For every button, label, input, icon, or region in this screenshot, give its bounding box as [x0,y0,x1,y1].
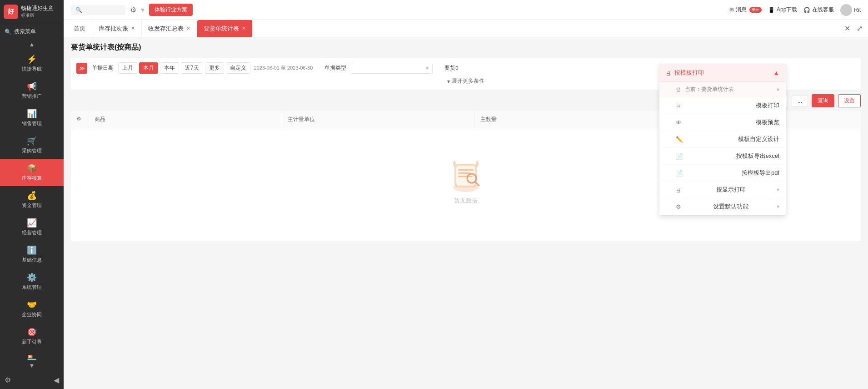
sidebar-item-marketing[interactable]: 📢 营销推广 [0,77,64,104]
logo-icon: 好 [4,5,18,19]
template-preview-icon: 👁 [676,119,682,126]
date-btn-last-month[interactable]: 上月 [118,62,137,74]
nav-label: 企业协同 [22,311,42,318]
dropdown-close-icon[interactable]: ▲ [773,69,779,76]
collab-icon: 🤝 [27,300,37,310]
template-excel-icon: 📄 [676,153,683,160]
trial-button[interactable]: 体验行业方案 [149,4,193,16]
sidebar-item-newbie[interactable]: 🎯 新手引导 [0,323,64,350]
tab-collect-summary-close[interactable]: ✕ [186,25,190,31]
sidebar-item-purchase[interactable]: 🛒 采购管理 [0,131,64,159]
dropdown-item-template-preview[interactable]: 👁 模板预览 [659,114,786,131]
page-title: 要货单统计表(按商品) [71,43,861,52]
tab-collect-summary[interactable]: 收发存汇总表 ✕ [142,20,197,37]
sidebar-item-sales[interactable]: 📊 销售管理 [0,104,64,131]
dropdown-item-template-excel[interactable]: 📄 按模板导出excel [659,148,786,165]
main-area: 🔍 ⚙ ▾ 体验行业方案 ✉ 消息 99+ 📱 App下载 🎧 在线客服 [64,0,868,389]
current-arrow-icon: ▾ [777,86,779,93]
svg-rect-5 [458,176,473,177]
username: Rit [854,7,861,13]
scroll-down-arrow[interactable]: ▼ [0,360,64,371]
sales-icon: 📊 [27,109,37,119]
app-download-item[interactable]: 📱 App下载 [768,6,797,14]
dropdown-item-display-print[interactable]: 🖨 按显示打印 ▾ [659,182,786,198]
tab-demand-summary[interactable]: 要货单统计表 ✕ [197,20,253,37]
app-download-label: App下载 [777,6,797,14]
topbar-right: ✉ 消息 99+ 📱 App下载 🎧 在线客服 Rit [729,4,861,16]
topbar-dropdown-icon[interactable]: ▾ [141,5,145,14]
settings-button[interactable]: 设置 [838,94,861,107]
tab-demand-summary-close[interactable]: ✕ [242,25,246,31]
date-label: 单据日期 [92,64,114,72]
current-label-text: 当前：要货单统计表 [685,86,734,93]
template-pdf-icon: 📄 [676,170,683,177]
customer-service-label: 在线客服 [812,6,834,14]
date-btn-more[interactable]: 更多 [205,62,224,74]
topbar-gear-icon[interactable]: ⚙ [130,5,136,14]
marketing-icon: 📢 [27,81,37,91]
nav-label: 采购管理 [22,147,42,154]
purchase-icon: 🛒 [27,136,37,146]
date-btn-this-month[interactable]: 本月 [139,62,158,74]
display-print-label: 按显示打印 [716,186,746,194]
sidebar-item-inventory[interactable]: 📦 库存核算 [0,159,64,186]
col-settings[interactable]: ⚙ [71,111,89,128]
template-print-icon: 🖨 [676,102,682,109]
date-btn-7days[interactable]: 近7天 [181,62,203,74]
close-tab-icon[interactable]: ✕ [843,22,852,35]
expand-filter-icon[interactable]: ≫ [76,63,87,74]
basic-icon: ℹ️ [27,245,37,255]
topbar-search[interactable]: 🔍 [71,5,125,15]
display-print-arrow: ▾ [777,187,779,193]
sidebar-item-collab[interactable]: 🤝 企业协同 [0,295,64,323]
date-btn-custom[interactable]: 自定义 [226,62,250,74]
display-print-icon: 🖨 [676,187,682,193]
nav-label: 快捷导航 [22,66,42,72]
query-button[interactable]: 查询 [812,94,834,107]
sidebar-item-operation[interactable]: 📈 经营管理 [0,213,64,241]
user-item[interactable]: Rit [840,4,861,16]
tab-batch-account[interactable]: 库存批次账 ✕ [92,20,142,37]
topbar: 🔍 ⚙ ▾ 体验行业方案 ✉ 消息 99+ 📱 App下载 🎧 在线客服 [64,0,868,20]
nav-label: 库存核算 [22,175,42,182]
sidebar-item-basic[interactable]: ℹ️ 基础信息 [0,241,64,268]
date-range: 2023-06-01 至 2023-06-30 [254,65,313,71]
collapse-icon[interactable]: ◀ [54,376,59,384]
date-buttons: 上月 本月 本年 近7天 更多 自定义 2023-06-01 至 2023-06… [118,62,313,74]
customer-service-item[interactable]: 🎧 在线客服 [803,6,834,14]
messages-label: 消息 [736,6,747,14]
shortcut-icon: ⚡ [27,54,37,64]
tab-batch-account-close[interactable]: ✕ [131,25,135,31]
sidebar-item-system[interactable]: ⚙️ 系统管理 [0,268,64,295]
dropdown-item-template-pdf[interactable]: 📄 按模板导出pdf [659,165,786,182]
search-placeholder [84,7,102,13]
sidebar-item-finance[interactable]: 💰 资金管理 [0,186,64,213]
scroll-up-arrow[interactable]: ▲ [0,39,64,50]
more-button[interactable]: ... [792,95,808,107]
current-print-icon: 🖨 [676,86,681,93]
messages-item[interactable]: ✉ 消息 99+ [729,6,762,14]
date-btn-this-year[interactable]: 本年 [160,62,179,74]
nav-label: 营销推广 [22,93,42,100]
dropdown-item-template-print[interactable]: 🖨 模板打印 [659,97,786,114]
sidebar-search[interactable]: 🔍 搜索菜单 [0,24,64,39]
sidebar-logo: 好 畅捷通好生意 标准版 [0,0,64,24]
settings-icon[interactable]: ⚙ [5,376,11,384]
expand-tab-icon[interactable]: ⤢ [855,22,864,35]
dropdown-header: 🖨 按模板打印 ▲ [659,64,786,82]
tab-home[interactable]: 首页 [67,20,92,37]
search-icon: 🔍 [5,29,11,35]
sidebar-item-shortcut[interactable]: ⚡ 快捷导航 [0,50,64,77]
dropdown-item-default-func[interactable]: ⚙ 设置默认功能 ▾ [659,198,786,215]
template-preview-label: 模板预览 [756,118,779,126]
expand-conditions-label: 展开更多条件 [452,77,484,85]
dropdown-item-template-custom[interactable]: ✏️ 模板自定义设计 [659,131,786,148]
app-tag: 标准版 [21,12,54,19]
template-excel-label: 按模板导出excel [736,152,779,160]
sidebar-item-appstore[interactable]: 🏪 应用中心 [0,350,64,360]
template-custom-label: 模板自定义设计 [738,135,779,143]
sidebar-bottom: ⚙ ◀ [0,371,64,389]
doc-type-select[interactable]: ▾ [351,63,433,74]
doc-type-dropdown-icon: ▾ [426,65,429,71]
sidebar: 好 畅捷通好生意 标准版 🔍 搜索菜单 ▲ ⚡ 快捷导航 📢 营销推广 📊 销售… [0,0,64,389]
